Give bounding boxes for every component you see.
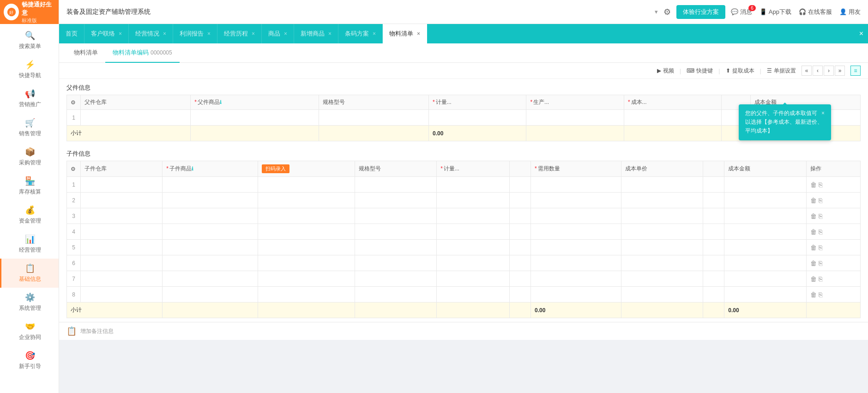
user-btn[interactable]: 👤 用友	[839, 8, 861, 16]
sub-tab-bom-list[interactable]: 物料清单	[66, 43, 105, 63]
close-history-tab[interactable]: ×	[252, 30, 255, 37]
tab-barcode[interactable]: 条码方案×	[338, 24, 383, 43]
parent-col-settings[interactable]: ⚙	[67, 95, 81, 110]
shortcut-btn[interactable]: ⌨ 快捷键	[687, 67, 713, 75]
parent-cell-cost-1[interactable]	[624, 110, 721, 126]
close-barcode-tab[interactable]: ×	[373, 30, 376, 37]
child-cell-spec-7[interactable]	[355, 271, 436, 287]
tab-profit[interactable]: 利润报告×	[173, 24, 217, 43]
delete-row-6-btn[interactable]: 🗑	[810, 260, 817, 267]
child-cell-unit-price-1[interactable]	[621, 177, 703, 193]
child-cell-spec-2[interactable]	[355, 193, 436, 208]
child-cell-warehouse-1[interactable]	[81, 177, 163, 193]
delete-row-3-btn[interactable]: 🗑	[810, 212, 817, 220]
child-cell-unit-3[interactable]	[437, 208, 509, 224]
sidebar-item-sales[interactable]: 🛒销售管理	[0, 113, 59, 142]
parent-cell-production-1[interactable]	[526, 110, 624, 126]
child-cell-quantity-3[interactable]	[530, 208, 621, 224]
add-note-text[interactable]: 增加备注信息	[80, 327, 114, 335]
child-cell-unit-8[interactable]	[437, 287, 509, 302]
tab-history[interactable]: 经营历程×	[217, 24, 262, 43]
sidebar-item-search[interactable]: 🔍搜索菜单	[0, 26, 59, 55]
child-cell-quantity-5[interactable]	[530, 240, 621, 255]
child-cell-warehouse-4[interactable]	[81, 224, 163, 240]
copy-row-8-btn[interactable]: ⎘	[819, 291, 822, 298]
sidebar-item-operation[interactable]: 📊经营管理	[0, 230, 59, 259]
parent-cell-unit-1[interactable]	[428, 110, 526, 126]
child-cell-goods-5[interactable]	[163, 240, 258, 255]
tab-operation-status[interactable]: 经营情况×	[129, 24, 173, 43]
child-cell-spec-6[interactable]	[355, 255, 436, 271]
parent-cell-goods-1[interactable]	[191, 110, 319, 126]
child-cell-warehouse-8[interactable]	[81, 287, 163, 302]
nav-next-btn[interactable]: ›	[824, 66, 834, 76]
child-cell-spec-4[interactable]	[355, 224, 436, 240]
child-cell-goods-6[interactable]	[163, 255, 258, 271]
child-cell-unit-5[interactable]	[437, 240, 509, 255]
child-cell-quantity-2[interactable]	[530, 193, 621, 208]
child-cell-unit-price-4[interactable]	[621, 224, 703, 240]
close-customer-tab[interactable]: ×	[119, 30, 122, 37]
child-cell-warehouse-3[interactable]	[81, 208, 163, 224]
tab-bom[interactable]: 物料清单×	[383, 24, 427, 43]
single-settings-btn[interactable]: ☰ 单据设置	[767, 67, 796, 75]
app-download-btn[interactable]: 📱 App下载	[760, 8, 791, 16]
online-service-btn[interactable]: 🎧 在线客服	[799, 8, 832, 16]
child-cell-spec-8[interactable]	[355, 287, 436, 302]
sidebar-item-marketing[interactable]: 📢营销推广	[0, 84, 59, 113]
parent-cell-warehouse-1[interactable]	[81, 110, 191, 126]
close-all-tabs-btn[interactable]: ×	[855, 30, 868, 38]
child-cell-unit-1[interactable]	[437, 177, 509, 193]
child-cell-quantity-8[interactable]	[530, 287, 621, 302]
video-btn[interactable]: ▶ 视频	[657, 67, 674, 75]
experience-btn[interactable]: 体验行业方案	[676, 5, 725, 19]
child-cell-warehouse-2[interactable]	[81, 193, 163, 208]
copy-row-5-btn[interactable]: ⎘	[819, 244, 822, 251]
sidebar-item-system[interactable]: ⚙️系统管理	[0, 288, 59, 317]
child-cell-goods-4[interactable]	[163, 224, 258, 240]
child-cell-unit-2[interactable]	[437, 193, 509, 208]
child-cell-goods-1[interactable]	[163, 177, 258, 193]
child-cell-unit-price-5[interactable]	[621, 240, 703, 255]
child-cell-unit-price-6[interactable]	[621, 255, 703, 271]
scan-input-btn[interactable]: 扫码录入	[262, 164, 289, 173]
sub-tab-bom-code[interactable]: 物料清单编码 0000005	[105, 43, 180, 63]
child-cell-warehouse-6[interactable]	[81, 255, 163, 271]
child-cell-quantity-6[interactable]	[530, 255, 621, 271]
copy-row-7-btn[interactable]: ⎘	[819, 275, 822, 283]
delete-row-1-btn[interactable]: 🗑	[810, 181, 817, 188]
child-cell-goods-3[interactable]	[163, 208, 258, 224]
child-cell-spec-3[interactable]	[355, 208, 436, 224]
nav-prev-btn[interactable]: ‹	[813, 66, 823, 76]
close-bom-tab[interactable]: ×	[417, 30, 420, 37]
close-new-goods-tab[interactable]: ×	[328, 30, 332, 37]
child-cell-unit-price-3[interactable]	[621, 208, 703, 224]
dropdown-arrow-icon[interactable]: ▾	[655, 8, 658, 15]
copy-row-1-btn[interactable]: ⎘	[819, 181, 822, 188]
copy-row-6-btn[interactable]: ⎘	[819, 260, 822, 267]
sidebar-item-guide[interactable]: 🎯新手引导	[0, 346, 59, 375]
sidebar-item-finance[interactable]: 💰资金管理	[0, 200, 59, 230]
sidebar-item-basic[interactable]: 📋基础信息	[0, 259, 59, 288]
close-profit-tab[interactable]: ×	[207, 30, 211, 37]
parent-cell-spec-1[interactable]	[319, 110, 428, 126]
tab-customer[interactable]: 客户联络×	[84, 24, 129, 43]
delete-row-2-btn[interactable]: 🗑	[810, 197, 817, 204]
delete-row-8-btn[interactable]: 🗑	[810, 291, 817, 298]
child-cell-goods-8[interactable]	[163, 287, 258, 302]
child-cell-warehouse-5[interactable]	[81, 240, 163, 255]
child-cell-quantity-1[interactable]	[530, 177, 621, 193]
sidebar-item-collab[interactable]: 🤝企业协同	[0, 317, 59, 346]
extract-cost-btn[interactable]: ⬆ 提取成本	[726, 67, 754, 75]
child-cell-warehouse-7[interactable]	[81, 271, 163, 287]
child-cell-unit-6[interactable]	[437, 255, 509, 271]
message-btn[interactable]: 💬 消息 6	[731, 8, 752, 16]
child-cell-unit-price-8[interactable]	[621, 287, 703, 302]
child-cell-unit-price-7[interactable]	[621, 271, 703, 287]
delete-row-4-btn[interactable]: 🗑	[810, 228, 817, 236]
child-cell-quantity-4[interactable]	[530, 224, 621, 240]
child-cell-goods-2[interactable]	[163, 193, 258, 208]
close-goods-tab[interactable]: ×	[284, 30, 287, 37]
sidebar-item-quicknav[interactable]: ⚡快捷导航	[0, 55, 59, 84]
tab-goods[interactable]: 商品×	[262, 24, 294, 43]
